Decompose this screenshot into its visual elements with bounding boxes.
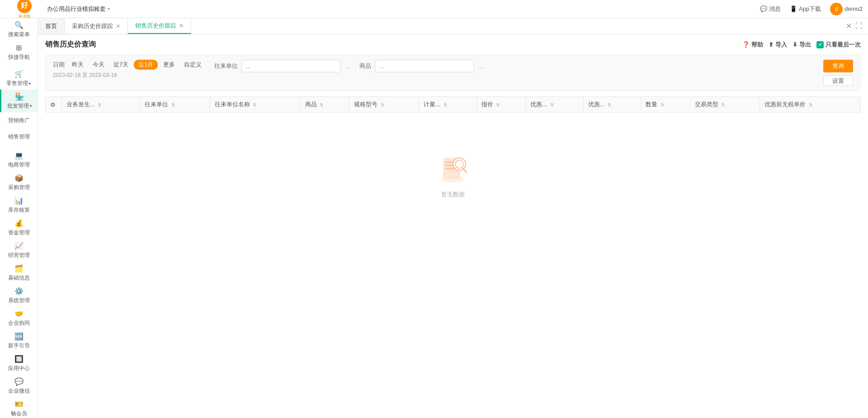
sidebar-item-search-menu[interactable]: 🔍 搜索菜单 [0, 18, 38, 41]
search-icon: 🔍 [14, 21, 24, 29]
sidebar-item-wholesale[interactable]: 🏪 批发管理 ▾ [0, 90, 38, 112]
sidebar-label-ecommerce: 电商管理 [8, 161, 30, 169]
col-biz-date[interactable]: 业务发生... ⇅ [62, 97, 140, 113]
sort-icon-discount1: ⇅ [550, 102, 554, 107]
counterpart-more-icon[interactable]: … [344, 63, 350, 70]
tab-bar: 首页 采购历史价跟踪 ✕ 销售历史价跟踪 ✕ ✕ ⛶ [38, 18, 868, 34]
sidebar-item-enterprise[interactable]: 🤝 企业协同 [0, 307, 38, 329]
export-button[interactable]: ⬇ 导出 [793, 41, 811, 49]
help-button[interactable]: ❓ 帮助 [742, 41, 763, 49]
product-more-icon[interactable]: … [478, 63, 484, 70]
date-option-1month[interactable]: 近1月 [134, 60, 158, 70]
date-option-custom[interactable]: 自定义 [180, 60, 205, 70]
col-discount2-label: 优惠... [588, 101, 605, 108]
sidebar-label-quick-nav: 快捷导航 [8, 53, 30, 61]
tab-home[interactable]: 首页 [38, 18, 65, 34]
retail-label-group: 零售管理 ▸ [6, 80, 31, 87]
sort-icon-spec: ⇅ [381, 102, 384, 107]
filter-bar: 日期 昨天 今天 近7天 近1月 更多 自定义 2023-02-18 至 202… [45, 55, 861, 91]
sidebar-item-system[interactable]: ⚙️ 系统管理 [0, 284, 38, 307]
sidebar-label-finance: 资金管理 [8, 229, 30, 237]
col-discount1[interactable]: 优惠... ⇅ [526, 97, 584, 113]
col-spec[interactable]: 规格型号 ⇅ [349, 97, 419, 113]
col-counterpart-code[interactable]: 往来单位 ⇅ [140, 97, 210, 113]
sort-icon-trade-type: ⇅ [721, 102, 725, 107]
date-option-today[interactable]: 今天 [89, 60, 108, 70]
sidebar-item-marketing[interactable]: 营销推广 [0, 112, 38, 128]
retail-icon: 🛒 [14, 70, 24, 78]
tab-purchase-history[interactable]: 采购历史价跟踪 ✕ [65, 18, 128, 34]
tab-purchase-close[interactable]: ✕ [116, 24, 120, 29]
product-input[interactable] [375, 60, 474, 72]
query-button[interactable]: 查询 [823, 60, 853, 72]
sidebar-item-sales[interactable]: 销售管理 [0, 128, 38, 145]
date-option-yesterday[interactable]: 昨天 [68, 60, 87, 70]
apps-icon: 🔲 [14, 355, 24, 363]
date-option-more[interactable]: 更多 [160, 60, 179, 70]
user-menu[interactable]: d demo2 [830, 3, 863, 15]
maximize-icon[interactable]: ⛶ [855, 22, 863, 30]
help-icon: ❓ [742, 41, 750, 48]
sidebar-item-purchase[interactable]: 📦 采购管理 [0, 171, 38, 194]
member-icon: 🎫 [14, 400, 24, 408]
message-button[interactable]: 💬 消息 [760, 5, 781, 13]
col-settings[interactable]: ⚙ [46, 97, 62, 113]
main-layout: 🔍 搜索菜单 ⊞ 快捷导航 🛒 零售管理 ▸ 🏪 批发管理 ▾ 营销推广 销售管 [0, 18, 868, 418]
logo-icon: 好 [17, 0, 32, 13]
tab-sales-close[interactable]: ✕ [179, 23, 184, 28]
svg-rect-3 [445, 165, 454, 166]
only-last-toggle[interactable]: ✓ 只看最后一次 [816, 41, 861, 49]
table-header: ⚙ 业务发生... ⇅ 往来单位 ⇅ 往来单位名称 ⇅ [46, 97, 861, 113]
sidebar-item-quick-nav[interactable]: ⊞ 快捷导航 [0, 41, 38, 63]
col-price[interactable]: 报价 ⇅ [476, 97, 525, 113]
sort-icon-tax-free-price: ⇅ [809, 102, 812, 107]
col-unit[interactable]: 计量... ⇅ [419, 97, 477, 113]
counterpart-input[interactable] [241, 60, 341, 72]
col-counterpart-name[interactable]: 往来单位名称 ⇅ [210, 97, 300, 113]
col-quantity[interactable]: 数量 ⇅ [641, 97, 690, 113]
sidebar-item-retail[interactable]: 🛒 零售管理 ▸ [0, 67, 38, 90]
col-trade-type[interactable]: 交易类型 ⇅ [690, 97, 760, 113]
import-button[interactable]: ⬆ 导入 [769, 41, 787, 49]
settings-icon: ⚙ [50, 101, 56, 108]
close-window-icon[interactable]: ✕ [846, 22, 852, 30]
sidebar-item-wechat[interactable]: 💬 企业微信 [0, 375, 38, 397]
sort-icon-discount2: ⇅ [608, 102, 611, 107]
sidebar: 🔍 搜索菜单 ⊞ 快捷导航 🛒 零售管理 ▸ 🏪 批发管理 ▾ 营销推广 销售管 [0, 18, 38, 418]
sort-icon-biz-date: ⇅ [98, 102, 101, 107]
system-icon: ⚙️ [14, 287, 24, 295]
purchase-icon: 📦 [14, 174, 24, 182]
settings-button[interactable]: 设置 [823, 75, 853, 86]
workspace-selector[interactable]: 办公用品行业模拟账套 ▾ [47, 5, 110, 13]
product-filter-group: 商品 … [359, 60, 484, 72]
sidebar-item-apps[interactable]: 🔲 应用中心 [0, 352, 38, 375]
sidebar-item-guide[interactable]: 🆕 新手引导 [0, 329, 38, 352]
sidebar-label-enterprise: 企业协同 [8, 319, 30, 327]
col-spec-label: 规格型号 [354, 101, 377, 108]
sidebar-label-system: 系统管理 [8, 297, 30, 304]
sort-icon-quantity: ⇅ [660, 102, 664, 107]
app-download-button[interactable]: 📱 App下载 [790, 5, 821, 13]
empty-state: 暂无数据 [45, 113, 861, 235]
sidebar-item-member[interactable]: 🎫 畅会员 [0, 397, 38, 418]
inventory-icon: 📊 [14, 196, 24, 205]
product-label: 商品 [359, 62, 371, 70]
username: demo2 [844, 5, 863, 12]
date-options-row: 日期 昨天 今天 近7天 近1月 更多 自定义 [53, 60, 205, 70]
sidebar-item-operations[interactable]: 📈 经营管理 [0, 239, 38, 261]
logo-text: 标准版 [19, 14, 31, 19]
col-product[interactable]: 商品 ⇅ [300, 97, 349, 113]
sidebar-item-basics[interactable]: 🗂️ 基础信息 [0, 261, 38, 284]
date-option-7days[interactable]: 近7天 [110, 60, 132, 70]
help-label: 帮助 [751, 41, 763, 49]
guide-icon: 🆕 [14, 332, 24, 341]
sidebar-item-inventory[interactable]: 📊 库存核算 [0, 194, 38, 216]
export-icon: ⬇ [793, 41, 797, 48]
col-discount2[interactable]: 优惠... ⇅ [583, 97, 641, 113]
tab-sales-history[interactable]: 销售历史价跟踪 ✕ [128, 18, 191, 34]
sidebar-label-inventory: 库存核算 [8, 206, 30, 214]
sidebar-item-finance[interactable]: 💰 资金管理 [0, 216, 38, 239]
date-filter-group: 日期 昨天 今天 近7天 近1月 更多 自定义 2023-02-18 至 202… [53, 60, 205, 79]
sidebar-item-ecommerce[interactable]: 💻 电商管理 [0, 148, 38, 171]
col-tax-free-price[interactable]: 优惠前无税单价 ⇅ [760, 97, 861, 113]
